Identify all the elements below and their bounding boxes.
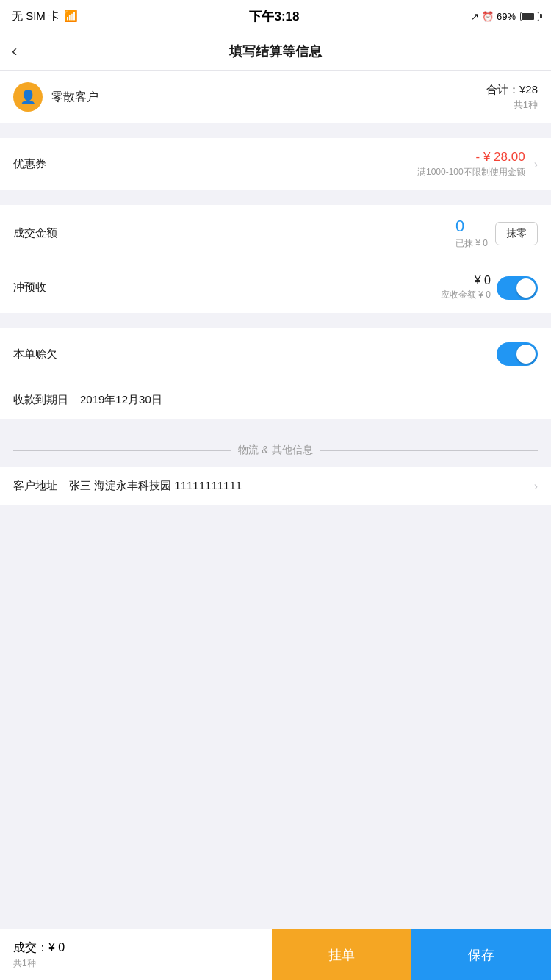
coupon-desc: 满1000-100不限制使用金额	[417, 166, 525, 179]
prepay-row: 冲预收 ¥ 0 应收金额 ¥ 0	[0, 262, 551, 313]
wifi-icon: 📶	[64, 10, 78, 23]
bottom-transaction-value: ¥ 0	[48, 941, 65, 954]
due-date-label: 收款到期日	[13, 393, 68, 407]
transaction-value: 0	[455, 217, 488, 236]
status-right: ↗ ⏰ 69%	[471, 11, 539, 22]
coupon-right: - ¥ 28.00 满1000-100不限制使用金额 ›	[417, 150, 538, 179]
status-left: 无 SIM 卡 📶	[12, 10, 78, 24]
total-amount: 合计：¥28	[486, 83, 538, 97]
address-chevron-icon: ›	[534, 480, 538, 493]
logistics-label: 物流 & 其他信息	[238, 444, 312, 457]
prepay-main-amount: ¥ 0	[441, 274, 491, 287]
transaction-row: 成交金额 0 已抹 ¥ 0 抹零	[0, 205, 551, 262]
section-divider-4	[0, 426, 551, 433]
logistics-line-right	[320, 450, 538, 451]
bottom-transaction: 成交：¥ 0	[13, 940, 259, 956]
carrier-text: 无 SIM 卡	[12, 10, 60, 24]
alarm-icon: ⏰	[482, 11, 494, 22]
transaction-label: 成交金额	[13, 226, 57, 240]
address-row[interactable]: 客户地址 张三 海淀永丰科技园 11111111111 ›	[0, 467, 551, 505]
debt-section: 本单赊欠 收款到期日 2019年12月30日	[0, 328, 551, 419]
customer-row: 👤 零散客户 合计：¥28 共1种	[0, 71, 551, 123]
transaction-section: 成交金额 0 已抹 ¥ 0 抹零 冲预收 ¥ 0 应收金额 ¥ 0	[0, 205, 551, 313]
chevron-right-icon: ›	[534, 158, 538, 171]
section-divider-1	[0, 131, 551, 138]
page-title: 填写结算等信息	[229, 43, 322, 60]
status-bar: 无 SIM 卡 📶 下午3:18 ↗ ⏰ 69%	[0, 0, 551, 32]
already-rounded: 已抹 ¥ 0	[455, 237, 488, 250]
hold-button[interactable]: 挂单	[272, 929, 411, 980]
debt-toggle[interactable]	[497, 342, 538, 366]
section-divider-5	[0, 512, 551, 519]
customer-name: 零散客户	[51, 90, 98, 105]
back-button[interactable]: ‹	[12, 42, 17, 61]
address-label: 客户地址	[13, 479, 57, 493]
section-divider-2	[0, 198, 551, 205]
avatar: 👤	[13, 82, 43, 112]
total-count: 共1种	[486, 98, 538, 112]
prepay-sub-amount: 应收金额 ¥ 0	[441, 289, 491, 301]
prepay-right: ¥ 0 应收金额 ¥ 0	[441, 274, 538, 301]
location-icon: ↗	[471, 11, 479, 22]
prepay-toggle[interactable]	[497, 276, 538, 300]
prepay-amounts: ¥ 0 应收金额 ¥ 0	[441, 274, 491, 301]
round-off-button[interactable]: 抹零	[495, 222, 538, 245]
bottom-info: 成交：¥ 0 共1种	[0, 929, 272, 980]
logistics-header: 物流 & 其他信息	[0, 433, 551, 467]
battery-percent: 69%	[497, 11, 516, 22]
customer-section: 👤 零散客户 合计：¥28 共1种	[0, 71, 551, 123]
coupon-label: 优惠券	[13, 157, 46, 171]
coupon-row[interactable]: 优惠券 - ¥ 28.00 满1000-100不限制使用金额 ›	[0, 138, 551, 190]
address-section[interactable]: 客户地址 张三 海淀永丰科技园 11111111111 ›	[0, 467, 551, 505]
coupon-section[interactable]: 优惠券 - ¥ 28.00 满1000-100不限制使用金额 ›	[0, 138, 551, 190]
debt-label: 本单赊欠	[13, 347, 57, 361]
bottom-transaction-label: 成交：	[13, 941, 48, 954]
customer-summary: 合计：¥28 共1种	[486, 83, 538, 112]
nav-bar: ‹ 填写结算等信息	[0, 32, 551, 71]
bottom-count: 共1种	[13, 957, 259, 970]
coupon-amount: - ¥ 28.00	[417, 150, 525, 165]
content-area: 👤 零散客户 合计：¥28 共1种 优惠券 - ¥ 28.00 满1000-10…	[0, 71, 551, 571]
due-date-row: 收款到期日 2019年12月30日	[0, 381, 551, 419]
address-value: 张三 海淀永丰科技园 11111111111	[69, 479, 522, 493]
status-time: 下午3:18	[249, 8, 299, 25]
customer-left: 👤 零散客户	[13, 82, 98, 112]
toggle-knob	[516, 278, 536, 298]
due-date-value: 2019年12月30日	[80, 393, 162, 407]
bottom-bar: 成交：¥ 0 共1种 挂单 保存	[0, 929, 551, 980]
battery-icon	[520, 12, 539, 21]
save-button[interactable]: 保存	[411, 929, 551, 980]
avatar-icon: 👤	[20, 89, 36, 105]
debt-toggle-knob	[516, 345, 536, 364]
logistics-line-left	[13, 450, 231, 451]
transaction-right: 0 已抹 ¥ 0 抹零	[455, 217, 538, 250]
section-divider-3	[0, 320, 551, 328]
debt-row: 本单赊欠	[0, 328, 551, 381]
prepay-label: 冲预收	[13, 281, 46, 295]
